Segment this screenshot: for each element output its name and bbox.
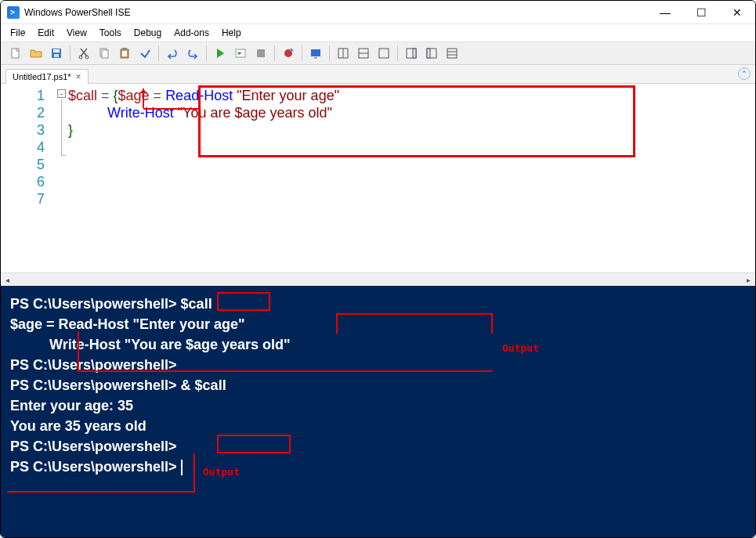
clear-button[interactable]	[135, 44, 155, 63]
undo-button[interactable]	[162, 44, 183, 63]
menu-debug[interactable]: Debug	[128, 26, 168, 40]
menu-edit[interactable]: Edit	[31, 26, 60, 40]
svg-rect-24	[427, 49, 430, 58]
annotation-box-code	[198, 85, 635, 157]
menu-file[interactable]: File	[4, 26, 31, 40]
run-selection-button[interactable]	[230, 44, 251, 63]
window-controls: — ☐ ✕	[647, 1, 755, 23]
layout-1-button[interactable]	[333, 44, 353, 63]
menu-view[interactable]: View	[60, 26, 93, 40]
svg-rect-20	[379, 49, 389, 58]
svg-rect-10	[122, 48, 127, 50]
annotation-label-output2: Output	[203, 466, 240, 478]
titlebar: Windows PowerShell ISE — ☐ ✕	[1, 1, 755, 24]
minimize-button[interactable]: —	[647, 1, 683, 23]
annotation-underline-output2	[7, 453, 195, 493]
svg-rect-2	[53, 49, 60, 52]
annotation-box-invoke	[217, 435, 291, 453]
menu-help[interactable]: Help	[215, 26, 248, 40]
annotation-label-output1: Output	[502, 342, 539, 354]
remote-button[interactable]	[306, 44, 326, 63]
save-button[interactable]	[46, 44, 67, 63]
app-icon	[7, 6, 20, 19]
copy-button[interactable]	[94, 44, 114, 63]
scroll-right-icon[interactable]: ▸	[742, 273, 755, 287]
svg-rect-3	[54, 54, 59, 57]
menubar: File Edit View Tools Debug Add-ons Help	[1, 24, 755, 42]
menu-tools[interactable]: Tools	[93, 26, 128, 40]
svg-rect-0	[12, 49, 19, 58]
cut-button[interactable]	[74, 44, 94, 63]
layout-3-button[interactable]	[374, 44, 394, 63]
svg-rect-15	[314, 57, 317, 59]
code-area[interactable]: $call = {$age = Read-Host "Enter your ag…	[51, 84, 755, 273]
addons-button[interactable]	[421, 44, 442, 63]
run-button[interactable]	[210, 44, 230, 63]
svg-point-13	[284, 49, 292, 57]
scroll-left-icon[interactable]: ◂	[1, 273, 14, 287]
stop-button[interactable]	[251, 44, 271, 63]
close-button[interactable]: ✕	[719, 1, 755, 23]
tab-label: Untitled17.ps1*	[13, 72, 71, 81]
commands-button[interactable]	[401, 44, 421, 63]
redo-button[interactable]	[183, 44, 203, 63]
tabbar: Untitled17.ps1* × ⌃	[1, 65, 755, 84]
collapse-script-icon[interactable]: ⌃	[738, 67, 751, 80]
toolbar	[1, 42, 755, 65]
breakpoint-button[interactable]	[278, 44, 298, 63]
close-tab-icon[interactable]: ×	[76, 71, 81, 82]
paste-button[interactable]	[114, 44, 135, 63]
script-editor[interactable]: 1234567 - $call = {$age = Read-Host "Ent…	[1, 84, 755, 273]
layout-2-button[interactable]	[353, 44, 374, 63]
annotation-underline-output1	[78, 331, 493, 372]
svg-rect-14	[311, 49, 320, 56]
svg-rect-7	[102, 50, 108, 58]
console-pane[interactable]: PS C:\Users\powershell> $call $age = Rea…	[1, 286, 755, 538]
menu-addons[interactable]: Add-ons	[168, 26, 215, 40]
maximize-button[interactable]: ☐	[683, 1, 719, 23]
svg-rect-22	[413, 49, 416, 58]
annotation-arrow	[143, 108, 198, 110]
line-gutter: 1234567	[1, 84, 51, 273]
script-tab[interactable]: Untitled17.ps1* ×	[5, 69, 89, 84]
editor-scrollbar[interactable]: ◂ ▸	[1, 273, 755, 286]
svg-rect-9	[122, 51, 127, 56]
svg-rect-12	[257, 49, 265, 57]
snippets-button[interactable]	[442, 44, 462, 63]
annotation-box-call	[217, 292, 270, 311]
open-file-button[interactable]	[26, 44, 46, 63]
svg-rect-25	[447, 49, 457, 58]
window-title: Windows PowerShell ISE	[24, 7, 647, 18]
annotation-underline-output1b	[336, 313, 493, 334]
new-file-button[interactable]	[5, 44, 26, 63]
